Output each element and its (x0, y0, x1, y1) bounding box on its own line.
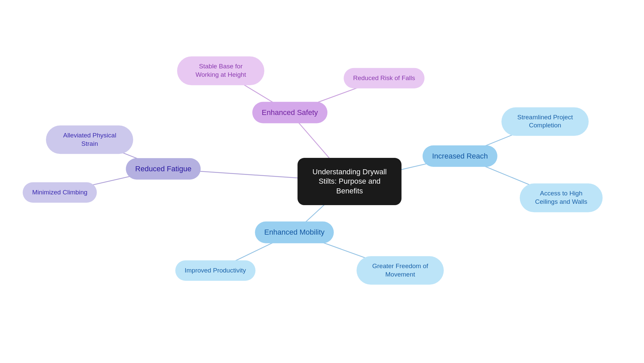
access-high-node: Access to High Ceilings and Walls (520, 184, 603, 212)
enhanced-safety-node: Enhanced Safety (252, 102, 327, 123)
minimized-climbing-node: Minimized Climbing (23, 182, 97, 203)
improved-productivity-node: Improved Productivity (175, 260, 255, 281)
increased-reach-node: Increased Reach (423, 145, 497, 167)
enhanced-mobility-node: Enhanced Mobility (255, 222, 334, 243)
reduced-fatigue-node: Reduced Fatigue (126, 158, 201, 180)
center-node: Understanding Drywall Stilts: Purpose an… (298, 158, 401, 205)
reduced-risk-node: Reduced Risk of Falls (344, 68, 425, 88)
greater-freedom-node: Greater Freedom of Movement (357, 256, 444, 285)
alleviated-strain-node: Alleviated Physical Strain (46, 125, 133, 154)
mind-map: Understanding Drywall Stilts: Purpose an… (0, 0, 644, 363)
streamlined-node: Streamlined Project Completion (501, 107, 589, 136)
stable-base-node: Stable Base for Working at Height (177, 56, 264, 85)
